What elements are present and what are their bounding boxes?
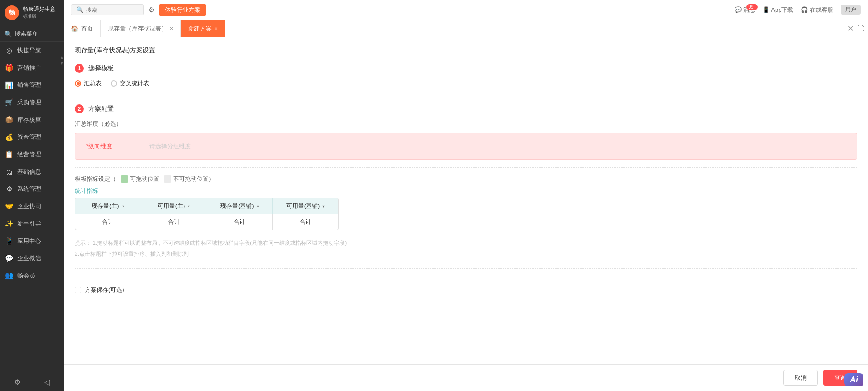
tab-inventory-close[interactable]: × [170,26,173,32]
sidebar-item-quick-nav[interactable]: ◎ 快捷导航 [0,42,64,59]
metrics-data-row: 合计 合计 合计 合计 [75,214,338,230]
col-label-0: 现存量(主) [92,202,119,210]
topbar-search-box[interactable]: 🔍 [71,4,144,15]
drag-box-icon [121,175,128,183]
step1-header: 1 选择模板 [75,64,857,73]
step1-badge: 1 [75,64,84,73]
col-header-2[interactable]: 现存量(基辅) ▾ [207,198,273,214]
message-icon: 💬 [735,6,742,13]
tab-home[interactable]: 🏠 首页 [64,20,101,37]
col-data-2: 合计 [207,214,273,230]
sidebar-item-marketing[interactable]: 🎁 营销推广 [0,59,64,77]
save-option: 方案保存(可选) [75,278,857,294]
topbar-settings-icon[interactable]: ⚙ [148,5,155,14]
ai-badge[interactable]: Ai [844,373,863,386]
tab-expand-icon[interactable]: ⛶ [857,25,864,33]
option-cross[interactable]: 交叉统计表 [111,79,149,87]
member-icon: 👥 [5,272,14,280]
option-summary[interactable]: 汇总表 [75,79,102,87]
drag-label: 可拖动位置 [130,175,159,183]
col-label-3: 可用量(基辅) [286,202,320,210]
sidebar-item-operations[interactable]: 📋 经营管理 [0,146,64,163]
sidebar-item-system[interactable]: ⚙ 系统管理 [0,180,64,198]
no-drag-box-icon [164,175,171,183]
messages-badge-container[interactable]: 💬 消息 99+ [735,6,756,14]
col-chevron-2: ▾ [257,204,259,209]
col-data-3: 合计 [273,214,338,230]
template-options: 汇总表 交叉统计表 [75,79,857,87]
dim-placeholder: 请选择分组维度 [149,142,191,150]
messages-count: 99+ [746,4,758,10]
industry-plan-button[interactable]: 体验行业方案 [159,4,206,16]
sidebar-item-wechat[interactable]: 💬 企业微信 [0,250,64,267]
stats-section-label: 统计指标 [75,187,857,195]
dimension-row[interactable]: *纵向维度 —— 请选择分组维度 [75,133,857,160]
sidebar-item-purchase[interactable]: 🛒 采购管理 [0,94,64,111]
sidebar-label-enterprise: 企业协同 [17,202,41,211]
tab-inventory-status[interactable]: 现存量（库存状况表） × [101,20,181,37]
col-header-3[interactable]: 可用量(基辅) ▾ [273,198,338,214]
sidebar: 畅 畅康通好生意 标准版 🔍 搜索菜单 ◎ 快捷导航 🎁 营销推广 📊 销售管理… [0,0,64,391]
tips-section: 提示： 1.拖动标题栏可以调整布局，不可跨维度或指标区域拖动栏目字段(只能在同一… [75,237,857,259]
app-version: 标准版 [23,13,56,20]
col-chevron-0: ▾ [122,204,124,209]
user-avatar[interactable]: 用户 [841,5,861,15]
radio-summary [75,80,81,87]
sidebar-label-marketing: 营销推广 [17,64,41,72]
topbar-search-input[interactable] [86,7,132,13]
sidebar-item-basic[interactable]: 🗂 基础信息 [0,163,64,180]
quick-nav-icon: ◎ [5,46,14,55]
volume-button[interactable]: ◁ [44,378,50,386]
save-checkbox[interactable] [75,287,81,293]
col-header-0[interactable]: 现存量(主) ▾ [75,198,141,214]
sidebar-item-app-center[interactable]: 📱 应用中心 [0,232,64,250]
inventory-icon: 📦 [5,116,14,124]
sidebar-item-guide[interactable]: ✨ 新手引导 [0,215,64,232]
dim-dash: —— [125,143,137,150]
phone-icon: 📱 [762,6,770,13]
sidebar-item-sales[interactable]: 📊 销售管理 [0,77,64,94]
sidebar-search[interactable]: 🔍 搜索菜单 [0,26,64,42]
footer-bar: 取消 查询 [64,364,868,391]
app-download-link[interactable]: 📱 App下载 [762,6,793,14]
sidebar-item-inventory[interactable]: 📦 库存核算 [0,111,64,129]
sidebar-item-finance[interactable]: 💰 资金管理 [0,129,64,146]
step1-title: 选择模板 [88,64,114,72]
settings-button[interactable]: ⚙ [14,378,20,386]
sidebar-label-inventory: 库存核算 [17,116,41,124]
sales-icon: 📊 [5,81,14,89]
metrics-header-row: 现存量(主) ▾ 可用量(主) ▾ 现存量(基辅) ▾ 可用量(基辅) [75,198,338,214]
headset-icon: 🎧 [801,6,808,13]
save-label: 方案保存(可选) [85,286,124,294]
system-icon: ⚙ [5,185,14,193]
sidebar-label-app-center: 应用中心 [17,237,41,245]
sidebar-item-enterprise[interactable]: 🤝 企业协同 [0,198,64,215]
sidebar-label-basic: 基础信息 [17,168,41,176]
col-data-1: 合计 [141,214,207,230]
col-label-2: 现存量(基辅) [220,202,254,210]
tab-new-plan-close[interactable]: × [214,26,218,32]
divider-3 [75,268,857,269]
sidebar-label-system: 系统管理 [17,185,41,193]
step1-section: 1 选择模板 汇总表 交叉统计表 [75,64,857,87]
dim-section-label: 汇总维度（必选） [75,120,857,128]
tab-close-all-icon[interactable]: ✕ [848,24,853,33]
operations-icon: 📋 [5,150,14,159]
cancel-button[interactable]: 取消 [783,370,818,386]
app-center-icon: 📱 [5,237,14,245]
online-service-link[interactable]: 🎧 在线客服 [801,6,833,14]
col-header-1[interactable]: 可用量(主) ▾ [141,198,207,214]
option-cross-label: 交叉统计表 [120,79,149,87]
topbar-search-icon: 🔍 [76,6,83,13]
col-chevron-3: ▾ [322,204,325,209]
sidebar-label-quick-nav: 快捷导航 [17,46,41,55]
basic-icon: 🗂 [5,168,14,176]
topbar-right: 💬 消息 99+ 📱 App下载 🎧 在线客服 用户 [735,5,861,15]
main-area: 🔍 ⚙ 体验行业方案 💬 消息 99+ 📱 App下载 🎧 在线客服 用户 [64,0,868,391]
tab-new-plan[interactable]: 新建方案 × [181,20,225,37]
tip-1: 提示： 1.拖动标题栏可以调整布局，不可跨维度或指标区域拖动栏目字段(只能在同一… [75,237,857,248]
settings-panel: 现存量(库存状况表)方案设置 1 选择模板 汇总表 交叉统计表 [64,37,868,364]
sidebar-item-member[interactable]: 👥 畅会员 [0,267,64,284]
topbar-left: 🔍 ⚙ 体验行业方案 [71,4,206,16]
col-label-1: 可用量(主) [158,202,185,210]
